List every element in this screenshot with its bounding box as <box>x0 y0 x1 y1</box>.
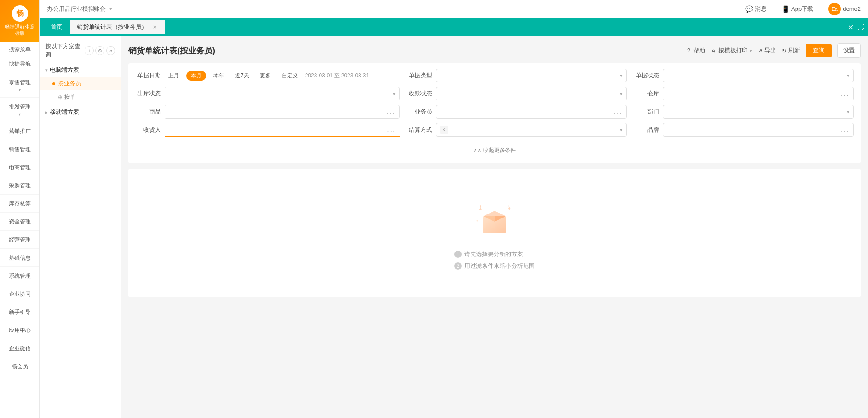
add-scheme-button[interactable]: + <box>85 46 94 55</box>
warehouse-select[interactable]: ... <box>663 87 854 100</box>
date-more[interactable]: 更多 <box>256 71 274 81</box>
collapse-panel-button[interactable]: « <box>106 46 115 55</box>
receiver-dots[interactable]: ... <box>387 126 396 134</box>
filter-row-1: 单据日期 上月 本月 本年 近7天 更多 自定义 2023-03-01 至 20… <box>136 69 854 82</box>
dept-select[interactable] <box>663 105 854 119</box>
payment-tag-close[interactable]: × <box>443 127 446 133</box>
collapse-label: 收起更多条件 <box>483 147 516 154</box>
tab-bar-actions: ✕ ⛶ <box>848 23 864 32</box>
help-button[interactable]: ？ 帮助 <box>686 47 705 55</box>
settings-button[interactable]: 设置 <box>837 43 861 58</box>
out-status-item: 出库状态 <box>136 87 400 100</box>
date-last-month[interactable]: 上月 <box>165 71 183 81</box>
sidebar-item-wholesale[interactable]: 批发管理 <box>0 98 39 122</box>
sidebar-item-finance[interactable]: 资金管理 <box>0 213 39 231</box>
print-chevron-icon[interactable]: ▾ <box>750 48 752 54</box>
filter-row-3: 商品 ... 业务员 ... 部门 <box>136 105 854 119</box>
breadcrumb-expand-icon[interactable] <box>109 6 112 12</box>
panel-header-text: 按以下方案查询 <box>45 43 85 59</box>
salesman-dots[interactable]: ... <box>613 108 622 116</box>
dept-arrow <box>847 109 849 115</box>
app-icon <box>782 5 789 13</box>
doc-status-label: 单据状态 <box>634 71 659 80</box>
warehouse-dots[interactable]: ... <box>841 90 849 98</box>
refresh-button[interactable]: ↻ 刷新 <box>782 47 800 55</box>
sidebar-item-operations[interactable]: 经营管理 <box>0 231 39 249</box>
collapse-button[interactable]: ∧∧ 收起更多条件 <box>468 145 521 156</box>
doc-type-label: 单据类型 <box>407 71 432 80</box>
divider <box>4 72 36 72</box>
print-button[interactable]: 🖨 按模板打印 ▾ <box>711 47 752 55</box>
brand-dots[interactable]: ... <box>841 126 849 134</box>
svg-point-6 <box>477 220 478 222</box>
goods-select[interactable]: ... <box>165 105 400 119</box>
sidebar-item-retail[interactable]: 零售管理 <box>0 73 39 98</box>
avatar-text: Ea <box>832 6 838 12</box>
goods-dots[interactable]: ... <box>387 108 395 116</box>
sidebar-item-guide[interactable]: 新手引导 <box>0 303 39 321</box>
app-sublabel: 标版 <box>15 30 25 37</box>
scheme-order[interactable]: ⊕ 按单 <box>40 90 121 104</box>
out-status-label: 出库状态 <box>136 90 161 98</box>
sub-icon: ⊕ <box>58 94 62 100</box>
header-actions: 消息 App下载 Ea demo2 <box>745 3 861 15</box>
empty-tips: 1 请先选择要分析的方案 2 用过滤条件来缩小分析范围 <box>454 250 535 270</box>
doc-type-select[interactable] <box>436 69 627 82</box>
page-body: 按以下方案查询 + ⚙ « ▾ 电脑端方案 按业务员 ⊕ 按单 <box>40 36 868 418</box>
sidebar-item-inventory[interactable]: 库存核算 <box>0 195 39 213</box>
doc-status-arrow <box>847 73 849 79</box>
sidebar-item-vip[interactable]: 畅会员 <box>0 357 39 375</box>
sidebar-label: 电商管理 <box>2 164 38 171</box>
sidebar-item-ecommerce[interactable]: 电商管理 <box>0 158 39 176</box>
search-menu[interactable]: 搜索菜单 <box>0 42 39 57</box>
chevron-down-icon: ▾ <box>45 67 48 73</box>
tip-text-2: 用过滤条件来缩小分析范围 <box>464 262 535 270</box>
sidebar-item-apps[interactable]: 应用中心 <box>0 321 39 339</box>
tab-close-icon[interactable]: × <box>151 24 158 31</box>
sidebar-item-purchase[interactable]: 采购管理 <box>0 176 39 195</box>
salesman-select[interactable]: ... <box>436 105 627 119</box>
sidebar-item-collaboration[interactable]: 企业协同 <box>0 285 39 303</box>
quick-nav[interactable]: 快捷导航 <box>0 57 39 71</box>
sidebar-item-system[interactable]: 系统管理 <box>0 267 39 285</box>
settings-scheme-button[interactable]: ⚙ <box>95 46 104 55</box>
query-button[interactable]: 查询 <box>806 44 832 57</box>
active-indicator <box>52 82 55 85</box>
date-custom[interactable]: 自定义 <box>278 71 302 81</box>
tab-close-all-icon[interactable]: ✕ <box>848 23 854 32</box>
divider <box>821 5 821 13</box>
scheme-salesman[interactable]: 按业务员 <box>40 77 121 90</box>
tab-home[interactable]: 首页 <box>43 20 70 34</box>
tab-maximize-icon[interactable]: ⛶ <box>857 23 864 31</box>
app-download-button[interactable]: App下载 <box>782 5 813 13</box>
out-status-select[interactable] <box>165 87 400 100</box>
tab-report[interactable]: 销货单统计表（按业务员） × <box>70 20 165 34</box>
tip-num-1: 1 <box>454 251 462 258</box>
sidebar-item-wechat[interactable]: 企业微信 <box>0 339 39 357</box>
date-this-month[interactable]: 本月 <box>186 71 206 81</box>
message-icon <box>745 5 753 13</box>
mobile-section-toggle[interactable]: ▸ 移动端方案 <box>40 105 121 119</box>
query-label: 查询 <box>813 47 825 55</box>
sidebar-item-basics[interactable]: 基础信息 <box>0 249 39 267</box>
message-button[interactable]: 消息 <box>745 5 767 13</box>
brand-select[interactable]: ... <box>663 123 854 137</box>
sidebar-item-marketing[interactable]: 营销推广 <box>0 122 39 140</box>
export-button[interactable]: ↗ 导出 <box>758 47 776 55</box>
doc-status-select[interactable] <box>663 69 854 82</box>
sidebar-item-sales[interactable]: 销售管理 <box>0 140 39 158</box>
payment-select[interactable]: × <box>436 123 627 137</box>
sidebar-label: 资金管理 <box>2 218 38 226</box>
user-profile[interactable]: Ea demo2 <box>828 3 861 15</box>
doc-status-item: 单据状态 <box>634 69 854 82</box>
collect-status-label: 收款状态 <box>407 90 432 98</box>
sidebar-label: 零售管理 <box>2 79 38 86</box>
date-last-7days[interactable]: 近7天 <box>231 71 253 81</box>
date-this-year[interactable]: 本年 <box>210 71 228 81</box>
date-filter-item: 单据日期 上月 本月 本年 近7天 更多 自定义 2023-03-01 至 20… <box>136 71 400 81</box>
receiver-select[interactable]: ... <box>165 123 400 137</box>
desktop-section-toggle[interactable]: ▾ 电脑端方案 <box>40 63 121 77</box>
collect-status-select[interactable] <box>436 87 627 100</box>
right-content: 销货单统计表(按业务员) ？ 帮助 🖨 按模板打印 ▾ ↗ 导出 <box>121 36 868 418</box>
tab-report-label: 销货单统计表（按业务员） <box>77 23 147 31</box>
